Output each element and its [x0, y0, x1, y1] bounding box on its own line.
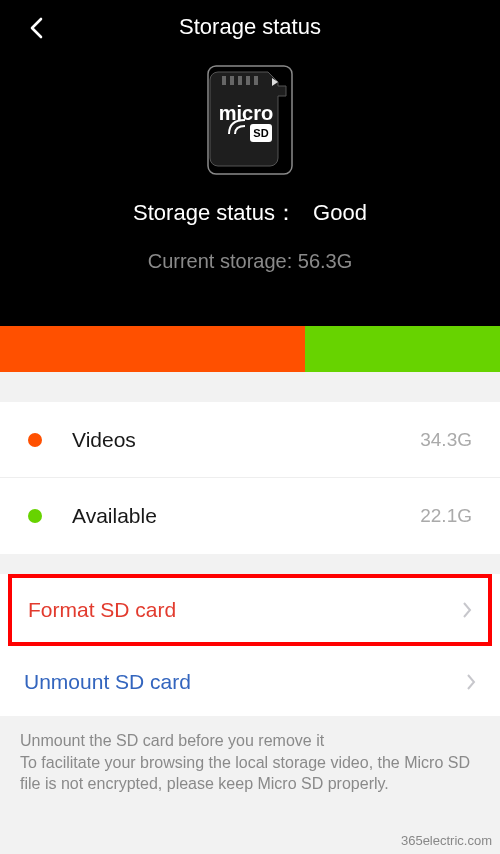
legend-row-available: Available 22.1G: [0, 478, 500, 554]
legend-label: Available: [72, 504, 420, 528]
unmount-sd-card-label: Unmount SD card: [24, 670, 466, 694]
legend-value: 22.1G: [420, 505, 472, 527]
storage-bar-videos: [0, 326, 305, 372]
actions-section: Format SD card Unmount SD card: [0, 574, 500, 716]
svg-text:micro: micro: [219, 102, 273, 124]
svg-rect-4: [246, 76, 250, 85]
chevron-left-icon: [29, 17, 43, 39]
chevron-right-icon: [466, 673, 476, 691]
legend-dot-videos: [28, 433, 42, 447]
sd-card-icon: micro SD: [206, 64, 294, 176]
current-storage-value: 56.3G: [298, 250, 352, 272]
svg-rect-1: [222, 76, 226, 85]
format-sd-card-button[interactable]: Format SD card: [12, 578, 488, 642]
current-storage-line: Current storage: 56.3G: [0, 250, 500, 273]
legend-value: 34.3G: [420, 429, 472, 451]
legend-row-videos: Videos 34.3G: [0, 402, 500, 478]
chevron-right-icon: [462, 601, 472, 619]
legend-dot-available: [28, 509, 42, 523]
highlight-box: Format SD card: [8, 574, 492, 646]
page-title: Storage status: [0, 8, 500, 40]
unmount-sd-card-button[interactable]: Unmount SD card: [0, 648, 500, 716]
svg-text:SD: SD: [253, 127, 268, 139]
footer-note: Unmount the SD card before you remove it…: [0, 716, 500, 795]
legend-list: Videos 34.3G Available 22.1G: [0, 402, 500, 554]
svg-rect-5: [254, 76, 258, 85]
current-storage-label: Current storage: [148, 250, 287, 272]
back-button[interactable]: [18, 10, 54, 46]
note-line-2: To facilitate your browsing the local st…: [20, 752, 480, 795]
storage-status-value: Good: [313, 200, 367, 225]
storage-status-label: Storage status: [133, 200, 275, 225]
legend-label: Videos: [72, 428, 420, 452]
storage-bar: [0, 326, 500, 372]
watermark: 365electric.com: [401, 833, 492, 848]
format-sd-card-label: Format SD card: [28, 598, 462, 622]
storage-bar-available: [305, 326, 500, 372]
svg-rect-3: [238, 76, 242, 85]
note-line-1: Unmount the SD card before you remove it: [20, 730, 480, 752]
svg-rect-2: [230, 76, 234, 85]
storage-status-line: Storage status： Good: [0, 198, 500, 228]
